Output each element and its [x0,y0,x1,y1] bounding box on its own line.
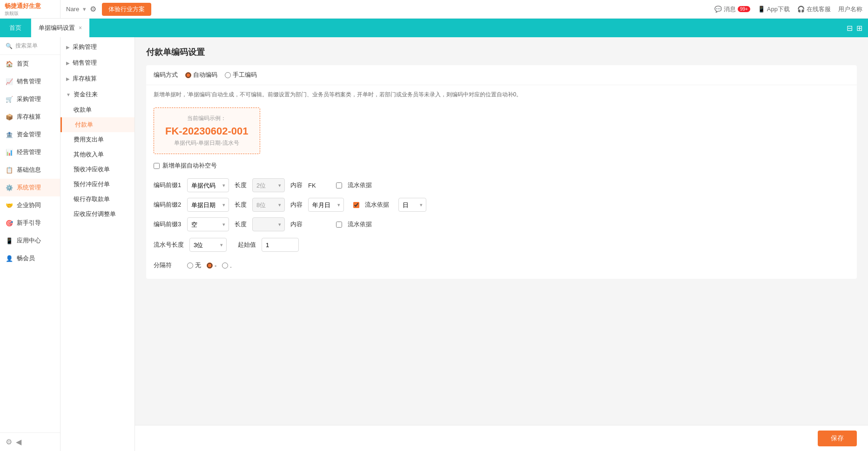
second-sidebar-item-payment[interactable]: 付款单 [61,117,135,132]
message-icon: 💬 [714,6,722,13]
sep-dash-radio[interactable]: - [207,262,216,269]
auto-fill-checkbox[interactable] [154,163,160,169]
settings-icon[interactable]: ⚙ [90,5,96,13]
appstore-icon: 📱 [6,237,13,244]
length3-label: 长度 [235,220,247,229]
serial-flow1-checkbox[interactable] [336,182,342,188]
content2-select[interactable]: 年月日 [308,198,344,212]
sidebar-item-finance[interactable]: 🏦 资金管理 [0,126,60,143]
second-sidebar-group-sales: ▶ 销售管理 [61,55,135,71]
second-sidebar-group-purchase: ▶ 采购管理 [61,39,135,55]
top-header: Nare ▾ ⚙ 体验行业方案 💬 消息 99+ 📱 App下载 🎧 在线客服 [61,0,868,19]
serial-flow2-label: 流水依据 [365,201,389,209]
content2-label: 内容 [290,201,303,209]
length1-label: 长度 [235,181,247,189]
arrow-right-icon2: ▶ [66,61,70,66]
auto-fill-label: 新增单据自动补空号 [162,162,217,170]
logo-subtext: 旗舰版 [5,10,55,17]
dropdown-arrow-icon[interactable]: ▾ [83,6,86,13]
sidebar-item-purchase[interactable]: 🛒 采购管理 [0,90,60,108]
content1-label: 内容 [290,181,303,189]
tab-home[interactable]: 首页 [0,19,31,37]
second-sidebar-group-inventory: ▶ 库存核算 [61,71,135,87]
serial-number-label: 流水号长度 [154,241,184,249]
tab-action-restore[interactable]: ⊟ [847,24,853,33]
sidebar-item-business[interactable]: 📊 经营管理 [0,143,60,161]
serial-flow2-unit-select[interactable]: 日 [398,198,426,212]
logo-text: 畅捷通好生意 [5,2,55,10]
trial-button[interactable]: 体验行业方案 [102,3,151,16]
messages-label: 消息 [724,5,736,13]
second-sidebar-header-capital[interactable]: ▼ 资金往来 [61,87,135,102]
tab-bar: 首页 单据编码设置 × ⊟ ⊞ [0,19,868,37]
prefix2-select[interactable]: 单据日期 [187,198,229,212]
messages-area[interactable]: 💬 消息 99+ [714,5,750,13]
home-icon: 🏠 [6,61,13,67]
prefix1-select[interactable]: 单据代码 [187,178,229,192]
sep-none-radio[interactable]: 无 [187,261,201,269]
sep-dot-radio[interactable]: . [222,262,232,269]
sales-icon: 📈 [6,78,13,85]
sidebar-item-system[interactable]: ⚙️ 系统管理 [0,179,60,196]
prefix2-label: 编码前缀2 [154,201,182,209]
length2-select[interactable]: 8位 [252,198,285,212]
second-sidebar-header-inventory[interactable]: ▶ 库存核算 [61,71,135,87]
second-sidebar-item-other-income[interactable]: 其他收入单 [61,147,135,162]
length3-select[interactable] [252,217,285,231]
content3-label: 内容 [290,220,303,229]
search-icon: 🔍 [6,43,13,49]
serial-flow1-label: 流水依据 [348,181,372,189]
second-sidebar-header-sales[interactable]: ▶ 销售管理 [61,55,135,71]
system-icon: ⚙️ [6,184,13,191]
tab-current[interactable]: 单据编码设置 × [31,19,89,37]
second-sidebar-header-purchase[interactable]: ▶ 采购管理 [61,39,135,55]
second-sidebar-item-prepay-payable[interactable]: 预付冲应付单 [61,177,135,192]
sidebar-item-appstore[interactable]: 📱 应用中心 [0,232,60,249]
serial-flow2-checkbox[interactable] [353,202,359,208]
start-value-label: 起始值 [238,241,256,249]
sidebar-item-home[interactable]: 🏠 首页 [0,55,60,73]
logo-area: 畅捷通好生意 旗舰版 [0,0,61,19]
code-preview-label: 当前编码示例： [165,114,249,122]
arrow-right-icon: ▶ [66,45,70,50]
sidebar-item-basic[interactable]: 📋 基础信息 [0,161,60,179]
user-name[interactable]: 用户名称 [838,5,862,13]
close-icon[interactable]: × [79,25,82,31]
sidebar-item-enterprise[interactable]: 🤝 企业协同 [0,196,60,214]
member-icon: 👤 [6,255,13,262]
search-label: 搜索菜单 [15,42,38,50]
manual-encode-radio[interactable]: 手工编码 [225,71,257,79]
code-preview-value: FK-20230602-001 [165,125,249,137]
app-download[interactable]: 📱 App下载 [758,5,790,13]
second-sidebar-item-adjustment[interactable]: 应收应付调整单 [61,207,135,222]
second-sidebar-item-bank[interactable]: 银行存取款单 [61,192,135,207]
serial-number-select[interactable]: 3位 [189,238,227,252]
sidebar-item-member[interactable]: 👤 畅会员 [0,249,60,267]
settings-bottom-icon[interactable]: ⚙ [6,438,12,446]
basic-icon: 📋 [6,167,13,174]
prefix3-select[interactable]: 空 [187,217,229,231]
sidebar-search[interactable]: 🔍 搜索菜单 [0,37,60,55]
length1-select[interactable]: 2位 [252,178,285,192]
second-sidebar-item-expense[interactable]: 费用支出单 [61,132,135,147]
serial-flow3-checkbox[interactable] [336,222,342,228]
enterprise-icon: 🤝 [6,202,13,209]
encoding-method-label: 编码方式 [154,71,178,79]
separator-label: 分隔符 [154,261,182,269]
second-sidebar-item-receipt[interactable]: 收款单 [61,102,135,117]
online-service[interactable]: 🎧 在线客服 [797,5,831,13]
collapse-icon[interactable]: ◀ [16,438,21,446]
second-sidebar-item-prepay-receivable[interactable]: 预收冲应收单 [61,162,135,177]
save-button[interactable]: 保存 [818,431,857,446]
second-sidebar: ▶ 采购管理 ▶ 销售管理 ▶ 库存核算 ▼ 资金往来 [61,37,135,451]
sidebar-item-inventory[interactable]: 📦 库存核算 [0,108,60,126]
start-value-input[interactable] [262,238,299,252]
inventory-icon: 📦 [6,114,13,121]
guide-icon: 🎯 [6,220,13,227]
sidebar-item-guide[interactable]: 🎯 新手引导 [0,214,60,232]
auto-encode-radio[interactable]: 自动编码 [185,71,217,79]
sidebar-item-sales[interactable]: 📈 销售管理 [0,73,60,90]
tab-action-fullscreen[interactable]: ⊞ [856,24,862,33]
page-title: 付款单编码设置 [146,47,857,58]
code-preview-desc: 单据代码-单据日期-流水号 [165,139,249,147]
